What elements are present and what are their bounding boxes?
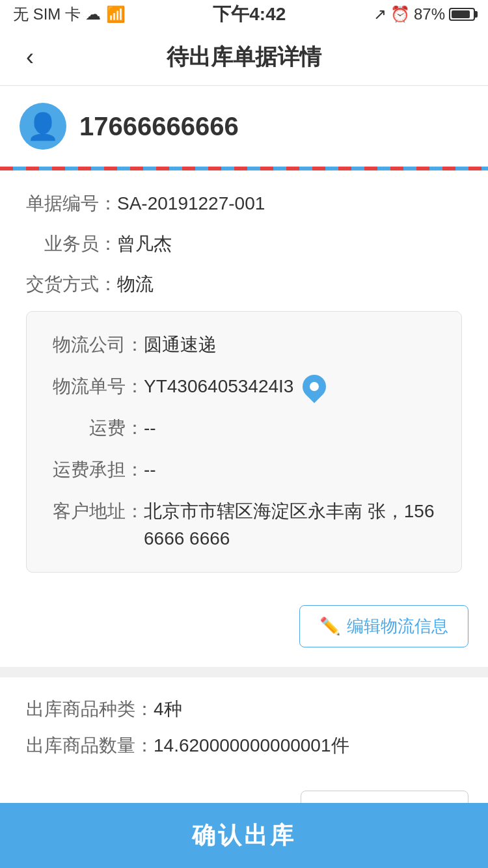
section-divider-1 [0, 667, 488, 677]
battery-percent: 87% [414, 5, 445, 23]
logistics-tracking-value: YT43064053424I3 [144, 373, 435, 400]
delivery-row: 交货方式： 物流 [26, 271, 462, 298]
sim-label: 无 SIM 卡 ☁ [13, 4, 101, 25]
address-label: 客户地址： [53, 498, 144, 525]
status-time: 下午4:42 [213, 2, 286, 27]
goods-quantity-label: 出库商品数量： [26, 733, 154, 758]
freight-row: 运费： -- [53, 414, 435, 442]
salesman-label: 业务员： [26, 230, 117, 258]
customer-phone: 17666666666 [79, 112, 239, 141]
wifi-icon: 📶 [106, 5, 126, 23]
nav-bar: ‹ 待出库单据详情 [0, 29, 488, 86]
confirm-btn-wrap: 确认出库 [0, 803, 488, 868]
page-title: 待出库单据详情 [167, 42, 321, 72]
doc-no-value: SA-20191227-001 [117, 190, 462, 217]
user-icon: 👤 [27, 111, 59, 142]
logistics-company-value: 圆通速递 [144, 331, 435, 359]
address-value: 北京市市辖区海淀区永丰南 张，156 6666 6666 [144, 498, 435, 552]
doc-no-label: 单据编号： [26, 190, 117, 217]
freight-bear-value: -- [144, 456, 435, 483]
freight-label: 运费： [53, 414, 144, 442]
delivery-value: 物流 [117, 271, 462, 298]
confirm-outbound-button[interactable]: 确认出库 [0, 803, 488, 868]
location-status-icon: ↗ [373, 5, 386, 23]
doc-info-section: 单据编号： SA-20191227-001 业务员： 曾凡杰 交货方式： 物流 … [0, 170, 488, 592]
edit-logistics-button[interactable]: ✏️ 编辑物流信息 [299, 605, 468, 647]
address-row: 客户地址： 北京市市辖区海淀区永丰南 张，156 6666 6666 [53, 498, 435, 552]
logistics-tracking-row: 物流单号： YT43064053424I3 [53, 373, 435, 400]
logistics-card: 物流公司： 圆通速递 物流单号： YT43064053424I3 运费： -- … [26, 311, 462, 573]
customer-card: 👤 17666666666 [0, 86, 488, 167]
edit-btn-label: 编辑物流信息 [347, 615, 448, 638]
back-button[interactable]: ‹ [20, 37, 40, 77]
logistics-company-label: 物流公司： [53, 331, 144, 359]
logistics-tracking-label: 物流单号： [53, 373, 144, 400]
status-left: 无 SIM 卡 ☁ 📶 [13, 4, 126, 25]
salesman-value: 曾凡杰 [117, 230, 462, 258]
status-bar: 无 SIM 卡 ☁ 📶 下午4:42 ↗ ⏰ 87% [0, 0, 488, 29]
goods-quantity-value: 14.620000000000001件 [154, 733, 349, 758]
goods-type-row: 出库商品种类： 4种 [26, 697, 462, 722]
delivery-label: 交货方式： [26, 271, 117, 298]
edit-icon: ✏️ [319, 616, 340, 636]
goods-section: 出库商品种类： 4种 出库商品数量： 14.620000000000001件 [0, 677, 488, 778]
tracking-number: YT43064053424I3 [144, 373, 293, 400]
freight-bear-row: 运费承担： -- [53, 456, 435, 483]
status-right: ↗ ⏰ 87% [373, 5, 475, 23]
goods-type-label: 出库商品种类： [26, 697, 154, 722]
doc-no-row: 单据编号： SA-20191227-001 [26, 190, 462, 217]
logistics-company-row: 物流公司： 圆通速递 [53, 331, 435, 359]
freight-bear-label: 运费承担： [53, 456, 144, 483]
battery-icon [449, 8, 475, 21]
goods-quantity-row: 出库商品数量： 14.620000000000001件 [26, 733, 462, 758]
avatar: 👤 [20, 103, 66, 150]
confirm-btn-label: 确认出库 [192, 820, 296, 852]
alarm-icon: ⏰ [390, 5, 410, 23]
freight-value: -- [144, 414, 435, 442]
map-pin-icon[interactable] [298, 370, 331, 403]
goods-type-value: 4种 [154, 697, 182, 722]
edit-btn-row: ✏️ 编辑物流信息 [0, 592, 488, 667]
salesman-row: 业务员： 曾凡杰 [26, 230, 462, 258]
